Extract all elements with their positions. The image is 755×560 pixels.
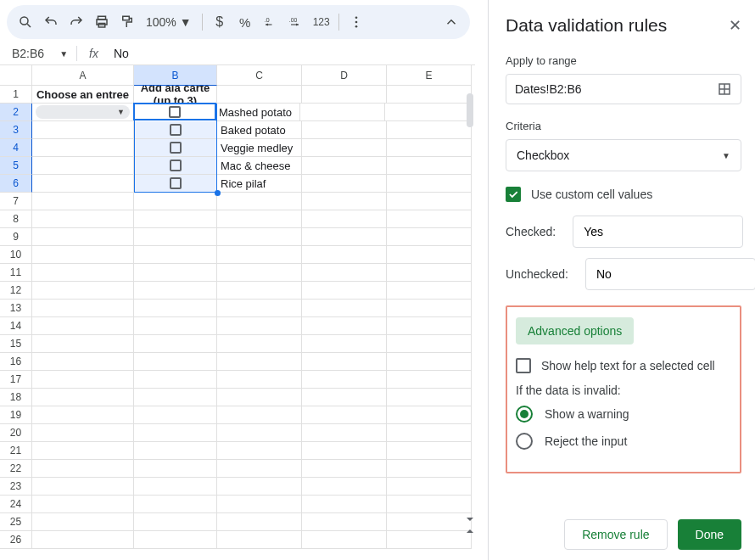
cell[interactable]	[32, 406, 134, 424]
range-input[interactable]: Dates!B2:B6	[506, 74, 741, 104]
dropdown-chip[interactable]: ▼	[36, 105, 130, 119]
custom-values-checkbox[interactable]: Use custom cell values	[506, 187, 741, 202]
spreadsheet-grid[interactable]: ABCDE 1234567891011121314151617181920212…	[0, 64, 475, 557]
cell[interactable]	[302, 317, 387, 335]
row-header[interactable]: 3	[0, 121, 32, 139]
scrollbar-thumb[interactable]	[467, 93, 473, 127]
cell[interactable]	[387, 264, 472, 282]
cell[interactable]	[32, 442, 134, 460]
name-box[interactable]: B2:B6 ▼	[12, 47, 68, 60]
cell[interactable]	[302, 531, 387, 549]
cell[interactable]	[387, 406, 472, 424]
cell[interactable]	[302, 175, 387, 193]
cell[interactable]: Add ala carte (up to 3)	[134, 86, 217, 104]
cell[interactable]	[217, 389, 302, 406]
cell[interactable]	[387, 139, 472, 157]
cell[interactable]	[302, 424, 387, 442]
cell[interactable]	[387, 335, 472, 353]
advanced-options-button[interactable]: Advanced options	[516, 317, 634, 344]
cell[interactable]	[32, 371, 134, 389]
cell[interactable]	[302, 513, 387, 531]
row-header[interactable]: 10	[0, 246, 32, 264]
cell[interactable]	[134, 246, 217, 264]
row-header[interactable]: 4	[0, 139, 32, 157]
cell[interactable]	[387, 513, 472, 531]
cell[interactable]	[32, 264, 134, 282]
cell[interactable]	[134, 139, 217, 157]
cell[interactable]: Mac & cheese	[217, 157, 302, 175]
cell[interactable]	[32, 139, 134, 157]
cell[interactable]	[134, 121, 217, 139]
cell[interactable]	[217, 478, 302, 496]
more-icon[interactable]	[344, 10, 368, 34]
cell[interactable]	[32, 513, 134, 531]
cell[interactable]	[217, 442, 302, 460]
cell[interactable]	[387, 460, 472, 478]
cell[interactable]: ▼	[32, 104, 134, 121]
remove-rule-button[interactable]: Remove rule	[564, 519, 667, 550]
row-header[interactable]: 8	[0, 210, 32, 228]
cell[interactable]	[134, 389, 217, 406]
cell[interactable]	[302, 193, 387, 210]
cell[interactable]	[302, 335, 387, 353]
cell[interactable]	[302, 389, 387, 406]
cell[interactable]	[302, 371, 387, 389]
cell[interactable]: Choose an entree	[32, 86, 134, 104]
row-header[interactable]: 20	[0, 424, 32, 442]
column-header-C[interactable]: C	[217, 65, 302, 86]
cell[interactable]	[217, 496, 302, 513]
row-header[interactable]: 17	[0, 371, 32, 389]
cell[interactable]	[134, 210, 217, 228]
row-header[interactable]: 1	[0, 86, 32, 104]
criteria-select[interactable]: Checkbox ▼	[506, 139, 741, 171]
zoom-select[interactable]: 100%▼	[141, 15, 197, 29]
cell[interactable]	[302, 157, 387, 175]
cell[interactable]	[387, 157, 472, 175]
cell[interactable]	[217, 513, 302, 531]
cell[interactable]	[302, 406, 387, 424]
cell[interactable]	[302, 478, 387, 496]
checkbox-icon[interactable]	[170, 142, 182, 154]
column-header-A[interactable]: A	[32, 65, 134, 86]
scroll-up-icon[interactable]	[467, 518, 473, 521]
cell[interactable]	[302, 246, 387, 264]
cell[interactable]	[134, 157, 217, 175]
cell[interactable]	[387, 210, 472, 228]
cell[interactable]	[302, 353, 387, 371]
cell[interactable]	[302, 139, 387, 157]
cell[interactable]	[32, 193, 134, 210]
cell[interactable]	[302, 210, 387, 228]
cell[interactable]: Baked potato	[217, 121, 302, 139]
cell[interactable]	[387, 193, 472, 210]
search-icon[interactable]	[14, 10, 37, 34]
paint-format-icon[interactable]	[115, 10, 139, 34]
radio-show-warning[interactable]: Show a warning	[516, 406, 731, 423]
cell[interactable]	[134, 228, 217, 246]
cell[interactable]	[32, 210, 134, 228]
column-header-D[interactable]: D	[302, 65, 387, 86]
cell[interactable]	[32, 282, 134, 300]
cell[interactable]	[217, 300, 302, 317]
cell[interactable]	[387, 371, 472, 389]
row-header[interactable]: 19	[0, 406, 32, 424]
row-header[interactable]: 13	[0, 300, 32, 317]
row-header[interactable]: 25	[0, 513, 32, 531]
cell[interactable]	[387, 442, 472, 460]
select-all-corner[interactable]	[0, 65, 32, 86]
percent-icon[interactable]: %	[233, 10, 257, 34]
cell[interactable]	[302, 496, 387, 513]
cell[interactable]	[32, 121, 134, 139]
cell[interactable]	[387, 300, 472, 317]
column-header-E[interactable]: E	[387, 65, 472, 86]
cell[interactable]	[32, 246, 134, 264]
cell[interactable]	[134, 371, 217, 389]
cell[interactable]	[387, 121, 472, 139]
cell[interactable]	[217, 353, 302, 371]
cell[interactable]	[302, 460, 387, 478]
cell[interactable]	[134, 282, 217, 300]
row-header[interactable]: 21	[0, 442, 32, 460]
cell[interactable]	[32, 300, 134, 317]
cell[interactable]	[302, 264, 387, 282]
cell[interactable]	[134, 264, 217, 282]
row-header[interactable]: 26	[0, 531, 32, 549]
